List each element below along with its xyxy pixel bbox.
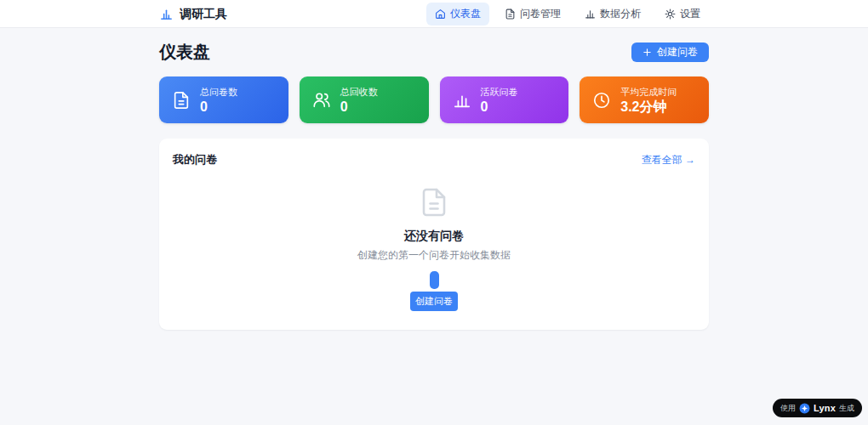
- empty-state: 还没有问卷 创建您的第一个问卷开始收集数据 创建问卷: [159, 187, 709, 311]
- create-survey-button[interactable]: 创建问卷: [631, 42, 709, 62]
- stat-value: 0: [481, 99, 518, 115]
- create-survey-button-fragment[interactable]: [430, 271, 439, 289]
- nav-item-data-analysis[interactable]: 数据分析: [576, 3, 649, 26]
- lynx-badge-brand: Lynx: [814, 403, 836, 413]
- bar-chart-icon: [453, 91, 471, 110]
- bar-chart-icon: [585, 8, 596, 20]
- users-icon: [312, 91, 331, 110]
- stat-label: 总回收数: [340, 86, 378, 99]
- brand: 调研工具: [159, 7, 227, 22]
- plus-icon: [642, 48, 652, 57]
- brand-name: 调研工具: [180, 7, 227, 22]
- clock-icon: [592, 91, 611, 110]
- create-survey-button-label: 创建问卷: [657, 45, 698, 60]
- stat-card-text: 活跃问卷 0: [481, 86, 518, 115]
- stat-label: 总问卷数: [200, 86, 237, 99]
- stat-card-text: 总问卷数 0: [200, 86, 237, 115]
- stat-label: 活跃问卷: [481, 86, 518, 99]
- stat-value: 0: [200, 99, 237, 115]
- nav-container: 调研工具 仪表盘 问卷管理: [159, 0, 709, 28]
- stat-value: 3.2分钟: [620, 99, 677, 115]
- empty-create-survey-button[interactable]: 创建问卷: [410, 292, 458, 311]
- lynx-badge-suffix: 生成: [839, 403, 854, 414]
- nav-item-label: 设置: [680, 7, 700, 21]
- page-header: 仪表盘 创建问卷: [159, 41, 709, 64]
- stat-card-active-surveys: 活跃问卷 0: [440, 76, 569, 123]
- nav-item-settings[interactable]: 设置: [656, 3, 709, 26]
- nav-items: 仪表盘 问卷管理 数据分析: [426, 3, 709, 26]
- stat-card-text: 总回收数 0: [340, 86, 378, 115]
- stat-card-total-responses: 总回收数 0: [300, 76, 429, 123]
- document-icon: [172, 91, 191, 110]
- empty-subtitle: 创建您的第一个问卷开始收集数据: [159, 248, 709, 263]
- stat-card-avg-completion-time: 平均完成时间 3.2分钟: [580, 76, 709, 123]
- view-all-link[interactable]: 查看全部 →: [642, 153, 695, 167]
- top-nav: 调研工具 仪表盘 问卷管理: [0, 0, 868, 28]
- stat-value: 0: [340, 99, 378, 115]
- document-icon: [505, 8, 516, 20]
- lynx-logo-icon: [799, 403, 810, 414]
- lynx-badge-prefix: 使用: [780, 403, 796, 414]
- panel-header: 我的问卷 查看全部 →: [159, 139, 709, 167]
- stat-card-total-surveys: 总问卷数 0: [159, 76, 288, 123]
- lynx-badge[interactable]: 使用 Lynx 生成: [773, 399, 862, 417]
- stat-label: 平均完成时间: [620, 86, 677, 99]
- home-icon: [435, 8, 446, 20]
- nav-item-label: 问卷管理: [520, 7, 561, 21]
- panel-title: 我的问卷: [173, 152, 217, 167]
- stat-card-text: 平均完成时间 3.2分钟: [620, 86, 677, 115]
- nav-item-label: 仪表盘: [450, 7, 481, 21]
- gear-icon: [665, 8, 676, 20]
- nav-item-survey-management[interactable]: 问卷管理: [496, 3, 569, 26]
- main-content: 仪表盘 创建问卷 总问卷数 0: [159, 41, 709, 330]
- logo-bar-chart-icon: [159, 7, 174, 21]
- stats-grid: 总问卷数 0 总回收数 0 活跃问卷 0: [159, 76, 709, 123]
- empty-title: 还没有问卷: [159, 229, 709, 244]
- page-title: 仪表盘: [159, 41, 210, 64]
- my-surveys-panel: 我的问卷 查看全部 → 还没有问卷 创建您的第一个问卷开始收集数据 创建问卷: [159, 139, 709, 330]
- nav-item-dashboard[interactable]: 仪表盘: [426, 3, 489, 26]
- nav-item-label: 数据分析: [600, 7, 641, 21]
- empty-document-icon: [419, 187, 449, 218]
